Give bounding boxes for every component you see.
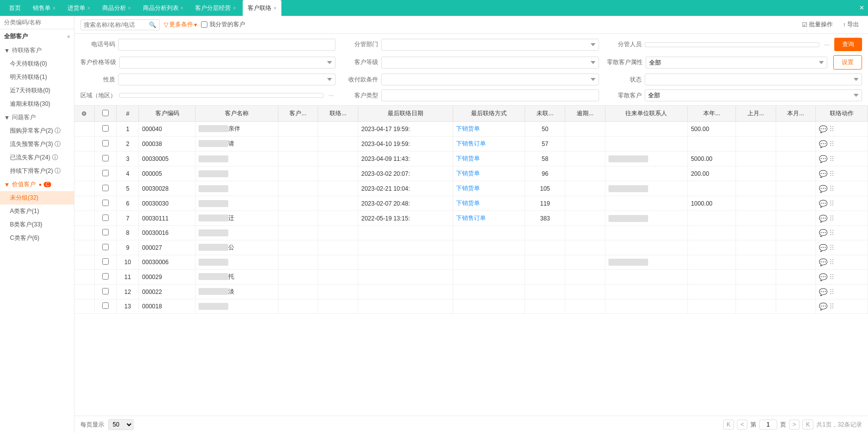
price-level-select[interactable] — [119, 57, 335, 69]
close-product-list-tab[interactable]: × — [181, 5, 184, 11]
action-more-icon[interactable]: ⠿ — [829, 140, 834, 148]
nav-customer-contact[interactable]: 客户联络 × — [243, 0, 281, 16]
col-contact[interactable]: 联络... — [318, 106, 358, 122]
filter-search-input[interactable] — [84, 21, 147, 28]
action-chat-icon[interactable]: 💬 — [819, 125, 827, 133]
action-chat-icon[interactable]: 💬 — [819, 229, 827, 237]
nav-customer-tier[interactable]: 客户分层经营 × — [190, 0, 241, 16]
sidebar-item-declining[interactable]: 持续下滑客户(2) ⓘ — [0, 164, 74, 178]
export-btn[interactable]: ↑ 导出 — [840, 19, 862, 30]
action-more-icon[interactable]: ⠿ — [829, 170, 834, 178]
action-chat-icon[interactable]: 💬 — [819, 155, 827, 163]
settings-icon[interactable]: ⚙ — [81, 110, 87, 117]
nav-product-list[interactable]: 商品分析列表 × — [138, 0, 189, 16]
action-more-icon[interactable]: ⠿ — [829, 302, 834, 310]
action-chat-icon[interactable]: 💬 — [819, 273, 827, 281]
reset-btn[interactable]: 设置 — [833, 55, 862, 70]
page-number-input[interactable] — [759, 420, 777, 430]
all-customers-header[interactable]: 全部客户 « — [0, 29, 74, 44]
row-select[interactable] — [102, 125, 109, 132]
col-overdue[interactable]: 逾期... — [565, 106, 605, 122]
filter-search-icon[interactable]: 🔍 — [149, 21, 156, 28]
collapse-sidebar-btn[interactable]: « — [67, 34, 70, 39]
sidebar-item-today[interactable]: 今天待联络(0) — [0, 57, 74, 71]
nav-home[interactable]: 首页 — [4, 0, 26, 16]
nav-product-analysis[interactable]: 商品分析 × — [97, 0, 136, 16]
sidebar-item-churn-warning[interactable]: 流失预警客户(3) ⓘ — [0, 138, 74, 151]
close-customer-tier-tab[interactable]: × — [233, 5, 236, 11]
status-select[interactable] — [645, 73, 862, 85]
sidebar-item-churned[interactable]: 已流失客户(24) ⓘ — [0, 151, 74, 164]
row-select[interactable] — [102, 185, 109, 191]
row-select[interactable] — [102, 140, 109, 146]
last-page-btn[interactable]: K — [802, 420, 813, 430]
close-purchase-tab[interactable]: × — [87, 5, 90, 11]
col-last-month[interactable]: 上月... — [735, 106, 776, 122]
batch-ops-btn[interactable]: ☑ 批量操作 — [799, 19, 836, 30]
sidebar-group-pending[interactable]: ▼ 待联络客户 — [0, 44, 74, 57]
sidebar-group-value[interactable]: ▼ 价值客户 ● C — [0, 178, 74, 191]
nav-sales[interactable]: 销售单 × — [28, 0, 61, 16]
next-page-btn[interactable]: > — [789, 420, 800, 430]
select-all-checkbox[interactable] — [102, 110, 109, 116]
sidebar-group-problem[interactable]: ▼ 问题客户 — [0, 111, 74, 124]
row-select[interactable] — [102, 170, 109, 176]
retail-select[interactable]: 全部 — [645, 89, 862, 101]
action-more-icon[interactable]: ⠿ — [829, 258, 834, 266]
col-not-contacted[interactable]: 未联... — [525, 106, 565, 122]
action-more-icon[interactable]: ⠿ — [829, 273, 834, 281]
region-dots-btn[interactable]: ··· — [327, 90, 335, 101]
retail-attr-select[interactable]: 全部 — [646, 57, 827, 69]
sidebar-item-hoarding[interactable]: 囤购异常客户(2) ⓘ — [0, 124, 74, 138]
first-page-btn[interactable]: K — [723, 420, 734, 430]
action-more-icon[interactable]: ⠿ — [829, 200, 834, 208]
row-select[interactable] — [102, 215, 109, 221]
col-settings[interactable]: ⚙ — [74, 106, 94, 122]
sidebar-item-class-b[interactable]: B类客户(33) — [0, 218, 74, 231]
my-customers-checkbox-label[interactable]: 我分管的客户 — [201, 20, 245, 29]
col-name[interactable]: 客户名称 — [196, 106, 278, 122]
row-select[interactable] — [102, 200, 109, 206]
close-product-analysis-tab[interactable]: × — [128, 5, 131, 11]
col-unit-contact[interactable]: 往来单位联系人 — [605, 106, 687, 122]
col-code[interactable]: 客户编码 — [139, 106, 196, 122]
action-chat-icon[interactable]: 💬 — [819, 140, 827, 148]
action-more-icon[interactable]: ⠿ — [829, 229, 834, 237]
col-last-date[interactable]: 最后联络日期 — [358, 106, 453, 122]
customer-type-input[interactable] — [381, 89, 599, 101]
row-select[interactable] — [102, 155, 109, 161]
my-customers-checkbox[interactable] — [201, 21, 207, 28]
col-type[interactable]: 客户... — [278, 106, 318, 122]
action-chat-icon[interactable]: 💬 — [819, 288, 827, 296]
manager-dots-btn[interactable]: ··· — [822, 39, 831, 50]
sidebar-item-class-a[interactable]: A类客户(1) — [0, 205, 74, 218]
sidebar-item-7days[interactable]: 近7天待联络(0) — [0, 84, 74, 97]
row-select[interactable] — [102, 288, 109, 294]
close-sales-tab[interactable]: × — [53, 5, 56, 11]
action-chat-icon[interactable]: 💬 — [819, 244, 827, 252]
col-this-year[interactable]: 本年... — [688, 106, 736, 122]
dept-select[interactable] — [381, 39, 599, 51]
customer-level-select[interactable] — [381, 57, 599, 69]
row-select[interactable] — [102, 273, 109, 280]
action-chat-icon[interactable]: 💬 — [819, 302, 827, 310]
row-select[interactable] — [102, 244, 109, 250]
action-chat-icon[interactable]: 💬 — [819, 200, 827, 208]
action-more-icon[interactable]: ⠿ — [829, 125, 834, 133]
action-chat-icon[interactable]: 💬 — [819, 215, 827, 222]
sidebar-item-tomorrow[interactable]: 明天待联络(1) — [0, 71, 74, 84]
action-more-icon[interactable]: ⠿ — [829, 215, 834, 222]
nature-select[interactable] — [118, 73, 335, 85]
close-customer-contact-tab[interactable]: × — [273, 5, 276, 11]
phone-input[interactable] — [118, 39, 335, 51]
row-select[interactable] — [102, 258, 109, 265]
action-more-icon[interactable]: ⠿ — [829, 244, 834, 252]
page-size-select[interactable]: 50 100 — [108, 419, 134, 430]
action-chat-icon[interactable]: 💬 — [819, 170, 827, 178]
action-more-icon[interactable]: ⠿ — [829, 155, 834, 163]
sidebar-search-input[interactable] — [4, 19, 74, 26]
col-this-month[interactable]: 本月... — [776, 106, 816, 122]
more-conditions-btn[interactable]: ▽ 更多条件 ▾ — [164, 20, 197, 29]
action-chat-icon[interactable]: 💬 — [819, 258, 827, 266]
row-select[interactable] — [102, 302, 109, 309]
